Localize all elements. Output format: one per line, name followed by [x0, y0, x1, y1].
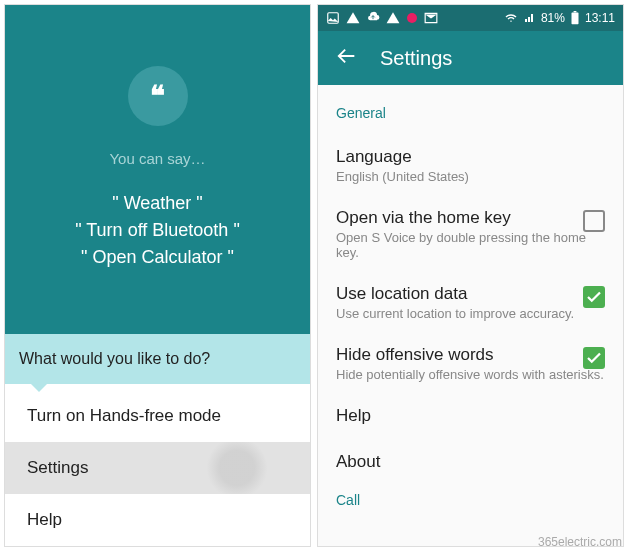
battery-percent: 81%	[541, 11, 565, 25]
setting-offensive[interactable]: Hide offensive words Hide potentially of…	[336, 333, 605, 394]
clock: 13:11	[585, 11, 615, 25]
back-icon[interactable]	[336, 45, 358, 71]
image-icon	[326, 11, 340, 25]
wifi-icon	[503, 12, 519, 24]
warning-icon	[346, 11, 360, 25]
prompt-bubble: What would you like to do?	[5, 334, 310, 384]
setting-help[interactable]: Help	[336, 394, 605, 440]
mail-icon	[424, 11, 438, 25]
setting-home-key[interactable]: Open via the home key Open S Voice by do…	[336, 196, 605, 272]
cloud-upload-icon	[366, 11, 380, 25]
checkbox-home-key[interactable]	[583, 210, 605, 232]
appbar-title: Settings	[380, 47, 452, 70]
setting-language[interactable]: Language English (United States)	[336, 135, 605, 196]
checkbox-offensive[interactable]	[583, 347, 605, 369]
mic-shadow	[202, 442, 272, 494]
menu-settings[interactable]: Settings	[5, 442, 310, 494]
example-phrases: " Weather " " Turn off Bluetooth " " Ope…	[75, 187, 240, 274]
status-bar: 81% 13:11	[318, 5, 623, 31]
context-menu: Turn on Hands-free mode Settings Help	[5, 384, 310, 546]
svoice-hero: ❝ You can say… " Weather " " Turn off Bl…	[5, 5, 310, 334]
settings-content[interactable]: General Language English (United States)…	[318, 85, 623, 546]
svg-point-1	[407, 13, 417, 23]
setting-about[interactable]: About	[336, 440, 605, 486]
section-general: General	[336, 105, 605, 121]
badge-icon	[406, 12, 418, 24]
prompt-text: What would you like to do?	[19, 350, 210, 367]
signal-icon	[524, 12, 536, 24]
you-can-say-label: You can say…	[109, 150, 205, 167]
section-call: Call	[336, 492, 605, 508]
battery-icon	[570, 11, 580, 25]
settings-screen: 81% 13:11 Settings General Language Engl…	[317, 4, 624, 547]
setting-location[interactable]: Use location data Use current location t…	[336, 272, 605, 333]
menu-help[interactable]: Help	[5, 494, 310, 546]
checkbox-location[interactable]	[583, 286, 605, 308]
example-phrase: " Open Calculator "	[75, 247, 240, 268]
watermark: 365electric.com	[538, 535, 622, 549]
svg-rect-3	[574, 11, 577, 12]
appbar: Settings	[318, 31, 623, 85]
quote-icon: ❝	[128, 66, 188, 126]
svg-rect-2	[571, 12, 578, 24]
example-phrase: " Weather "	[75, 193, 240, 214]
example-phrase: " Turn off Bluetooth "	[75, 220, 240, 241]
menu-handsfree[interactable]: Turn on Hands-free mode	[5, 390, 310, 442]
svoice-screen: ❝ You can say… " Weather " " Turn off Bl…	[4, 4, 311, 547]
warning-icon	[386, 11, 400, 25]
